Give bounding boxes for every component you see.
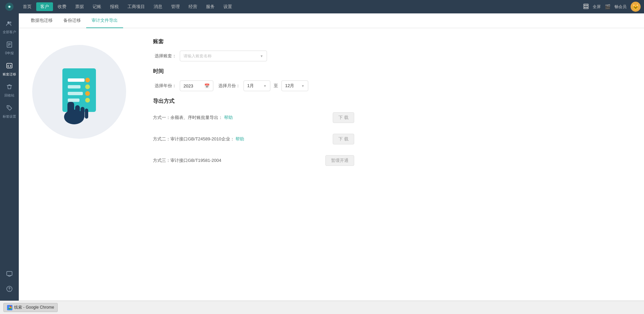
svg-rect-5 [584,7,586,8]
app-logo [3,1,15,13]
chrome-icon [7,305,12,310]
export-method-1-download-button[interactable]: 下 载 [333,112,354,123]
sidebar-item-help[interactable] [6,282,13,297]
account-migration-icon [6,62,13,71]
sidebar-label-all-customers: 全部客户 [3,30,16,35]
svg-rect-30 [80,107,85,119]
export-section-title: 导出方式 [153,98,354,105]
nav-items: 首页 客户 收费 票据 记账 报税 工商项目 消息 管理 经营 服务 设置 [19,2,583,11]
export-method-3-pending-button[interactable]: 暂缓开通 [325,155,354,166]
nav-right: 全屏 🎬 畅会员 🐱 [583,2,641,12]
nav-customer[interactable]: 客户 [36,2,53,11]
svg-rect-4 [586,5,588,6]
nav-service[interactable]: 服务 [202,2,219,11]
nav-message[interactable]: 消息 [150,2,166,11]
time-row: 选择年份： 2023 📅 选择月份： 1月 ▼ 至 12月 ▼ [153,80,354,91]
month-end-select[interactable]: 12月 ▼ [281,80,308,91]
export-method-2-help[interactable]: 帮助 [235,136,244,141]
nav-operations[interactable]: 经营 [184,2,201,11]
tab-audit-export[interactable]: 审计文件导出 [86,13,123,28]
zero-report-icon [6,41,13,50]
year-label: 选择年份： [153,83,176,89]
svg-point-23 [85,78,90,82]
svg-rect-22 [68,99,79,102]
to-label: 至 [274,83,278,89]
account-select[interactable]: 请输入账套名称 ▼ [180,51,267,61]
time-section-title: 时间 [153,68,354,75]
export-method-3: 方式三：审计接口GB/T19581-2004 暂缓开通 [153,153,354,168]
main-layout: 全部客户 0申报 账套迁移 [0,13,644,301]
svg-rect-3 [584,5,586,6]
svg-rect-20 [68,85,80,88]
sidebar-item-account-migration[interactable]: 账套迁移 [0,59,19,80]
svg-point-26 [85,98,90,103]
vip-icon: 🎬 [605,4,610,9]
nav-business[interactable]: 工商项目 [123,2,149,11]
taskbar-chrome-item[interactable]: 线索 - Google Chrome [3,303,58,312]
year-input[interactable]: 2023 📅 [180,80,213,91]
svg-rect-31 [85,109,88,119]
sidebar-item-zero-report[interactable]: 0申报 [0,38,19,59]
svg-rect-13 [7,63,12,68]
svg-rect-19 [68,78,85,82]
sub-tabs: 数据包迁移 备份迁移 审计文件导出 [19,13,644,28]
export-method-2-label: 方式二：审计接口GB/T24589-2010企业： 帮助 [153,136,244,142]
content-area: 数据包迁移 备份迁移 审计文件导出 [19,13,644,301]
illustration [32,45,126,139]
sidebar-item-recycle[interactable]: 回收站 [0,80,19,101]
export-method-3-label: 方式三：审计接口GB/T19581-2004 [153,158,221,164]
export-method-2: 方式二：审计接口GB/T24589-2010企业： 帮助 下 载 [153,132,354,146]
taskbar-chrome-label: 线索 - Google Chrome [14,305,54,310]
main-content-area: 账套 选择账套： 请输入账套名称 ▼ 时间 选择年份： 2023 📅 [19,28,644,301]
taskbar: 线索 - Google Chrome [0,301,644,314]
nav-home[interactable]: 首页 [19,2,36,11]
month-label: 选择月份： [217,83,240,89]
svg-rect-28 [67,102,74,119]
sidebar: 全部客户 0申报 账套迁移 [0,13,19,301]
nav-fee[interactable]: 收费 [54,2,70,11]
svg-rect-29 [75,105,80,119]
sidebar-item-tag-settings[interactable]: 标签设置 [0,101,19,122]
month-start-select[interactable]: 1月 ▼ [244,80,270,91]
month-start-arrow: ▼ [263,84,267,88]
sidebar-item-all-customers[interactable]: 全部客户 [0,17,19,38]
sidebar-item-chat[interactable] [6,267,13,282]
account-dropdown-arrow: ▼ [260,54,263,58]
nav-tax[interactable]: 报税 [106,2,123,11]
sidebar-label-recycle: 回收站 [4,93,14,98]
month-end-value: 12月 [285,83,294,89]
sidebar-bottom [6,267,13,301]
account-placeholder: 请输入账套名称 [183,53,212,59]
sidebar-label-tag-settings: 标签设置 [3,114,16,119]
nav-account[interactable]: 记账 [89,2,105,11]
sidebar-label-zero-report: 0申报 [5,51,14,56]
tag-settings-icon [6,105,13,113]
svg-point-1 [8,6,10,7]
account-label: 选择账套： [153,53,176,59]
nav-settings[interactable]: 设置 [219,2,236,11]
tab-backup-migration[interactable]: 备份迁移 [58,13,86,28]
export-method-1: 方式一：余额表、序时账批量导出： 帮助 下 载 [153,110,354,125]
tab-data-package-migration[interactable]: 数据包迁移 [25,13,58,28]
fullscreen-label[interactable]: 全屏 [593,4,601,10]
fullscreen-button[interactable] [583,4,589,10]
nav-manage[interactable]: 管理 [167,2,184,11]
chat-icon [6,270,13,279]
nav-invoice[interactable]: 票据 [71,2,88,11]
account-section-title: 账套 [153,38,354,45]
svg-point-24 [85,84,90,89]
svg-rect-6 [586,7,588,8]
recycle-icon [6,83,13,92]
export-method-2-download-button[interactable]: 下 载 [333,134,354,144]
export-method-1-help[interactable]: 帮助 [224,115,233,120]
vip-label[interactable]: 畅会员 [614,4,627,10]
svg-point-8 [9,21,11,23]
sidebar-label-account-migration: 账套迁移 [3,72,16,77]
account-row: 选择账套： 请输入账套名称 ▼ [153,51,354,61]
svg-point-17 [9,290,10,291]
export-method-1-label: 方式一：余额表、序时账批量导出： 帮助 [153,115,233,121]
svg-point-14 [8,107,9,108]
year-value: 2023 [183,83,193,88]
top-navigation: 首页 客户 收费 票据 记账 报税 工商项目 消息 管理 经营 服务 设置 全屏… [0,0,644,13]
avatar[interactable]: 🐱 [631,2,641,12]
